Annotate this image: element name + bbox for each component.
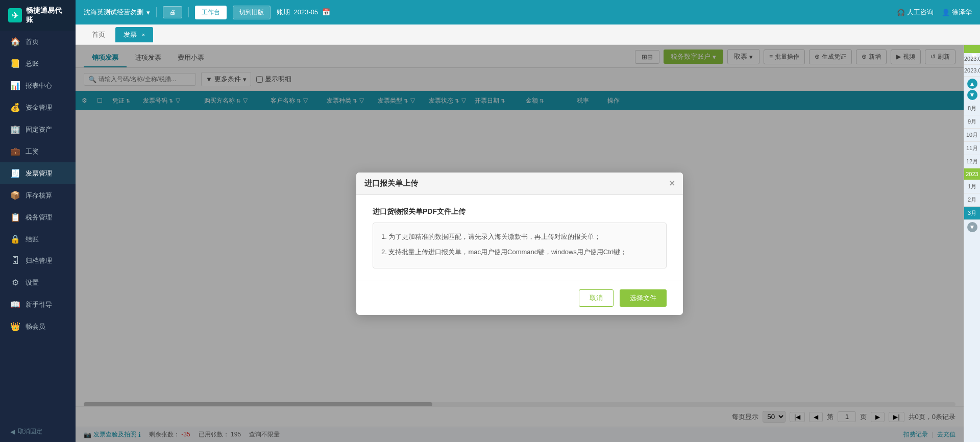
sidebar-item-archive[interactable]: 🗄 归档管理 bbox=[0, 250, 76, 272]
import-customs-modal: 进口报关单上传 × 进口货物报关单PDF文件上传 1. 为了更加精准的数据匹配，… bbox=[356, 173, 683, 315]
modal-content-title: 进口货物报关单PDF文件上传 bbox=[373, 207, 667, 216]
topbar: 沈海英测试经营勿删 ▾ 🖨 工作台 切到旧版 账期 2023-05 📅 🎧 人工… bbox=[76, 0, 980, 24]
tabs-row: 首页 发票 × bbox=[76, 24, 980, 45]
sidebar-item-tax[interactable]: 📋 税务管理 bbox=[0, 206, 76, 228]
period-down-btn[interactable]: ▼ bbox=[967, 90, 977, 100]
sidebar-item-inventory[interactable]: 📦 库存核算 bbox=[0, 184, 76, 206]
company-name: 沈海英测试经营勿删 bbox=[84, 8, 143, 17]
tab-close-icon[interactable]: × bbox=[142, 32, 145, 38]
tab-home[interactable]: 首页 bbox=[84, 27, 113, 42]
period-1[interactable]: 1月 bbox=[964, 180, 980, 193]
headset-icon: 🎧 bbox=[897, 9, 905, 16]
sidebar: ✈ 畅捷通易代账 🏠 首页 📒 总账 📊 报表中心 💰 资金管理 🏢 固定资产 … bbox=[0, 0, 76, 442]
topbar-divider-2 bbox=[188, 7, 189, 17]
sidebar-item-fixed-assets[interactable]: 🏢 固定资产 bbox=[0, 118, 76, 140]
inventory-icon: 📦 bbox=[10, 190, 20, 200]
period-10[interactable]: 10月 bbox=[964, 129, 980, 142]
sidebar-item-reports-label: 报表中心 bbox=[26, 81, 52, 90]
period-3-active[interactable]: 3月 bbox=[964, 207, 980, 220]
modal-footer: 取消 选择文件 bbox=[356, 281, 683, 315]
modal-header: 进口报关单上传 × bbox=[356, 173, 683, 195]
user-avatar[interactable]: 👤 徐泽华 bbox=[942, 8, 972, 17]
reports-icon: 📊 bbox=[10, 81, 20, 90]
sidebar-item-salary-label: 工资 bbox=[26, 147, 39, 156]
fixed-assets-icon: 🏢 bbox=[10, 125, 20, 134]
sidebar-item-guide-label: 新手引导 bbox=[26, 300, 52, 309]
period-nav-up: ▲ ▼ bbox=[967, 77, 977, 102]
unpin-label: 取消固定 bbox=[18, 427, 42, 436]
member-icon: 👑 bbox=[10, 322, 20, 331]
topbar-divider-1 bbox=[156, 7, 157, 17]
unpin-icon: ◀ bbox=[10, 428, 15, 435]
sidebar-item-ledger-label: 总账 bbox=[26, 59, 39, 68]
sidebar-item-settings[interactable]: ⚙ 设置 bbox=[0, 272, 76, 293]
sidebar-item-settings-label: 设置 bbox=[26, 278, 39, 287]
period-up-btn[interactable]: ▲ bbox=[967, 79, 977, 89]
app-name: 畅捷通易代账 bbox=[26, 6, 67, 24]
switch-version-btn[interactable]: 切到旧版 bbox=[233, 6, 271, 19]
modal-cancel-btn[interactable]: 取消 bbox=[579, 289, 614, 307]
ledger-icon: 📒 bbox=[10, 59, 20, 68]
sidebar-item-tax-label: 税务管理 bbox=[26, 213, 52, 222]
modal-overlay: 进口报关单上传 × 进口货物报关单PDF文件上传 1. 为了更加精准的数据匹配，… bbox=[76, 45, 964, 442]
company-selector[interactable]: 沈海英测试经营勿删 ▾ bbox=[84, 8, 150, 17]
chevron-down-icon: ▾ bbox=[146, 9, 150, 16]
avatar-icon: 👤 bbox=[942, 9, 950, 16]
workspace-btn[interactable]: 工作台 bbox=[195, 6, 227, 19]
close-period-icon: 🔒 bbox=[10, 234, 20, 244]
guide-icon: 📖 bbox=[10, 300, 20, 309]
period-2023-highlight[interactable]: 2023 bbox=[964, 168, 980, 180]
sidebar-item-reports[interactable]: 📊 报表中心 bbox=[0, 75, 76, 96]
funds-icon: 💰 bbox=[10, 103, 20, 112]
support-btn[interactable]: 🎧 人工咨询 bbox=[897, 8, 934, 17]
period-label: 账期 2023-05 📅 bbox=[277, 8, 330, 17]
archive-icon: 🗄 bbox=[10, 256, 20, 265]
sidebar-item-archive-label: 归档管理 bbox=[26, 256, 52, 265]
period-12[interactable]: 12月 bbox=[964, 155, 980, 168]
sidebar-item-inventory-label: 库存核算 bbox=[26, 191, 52, 200]
home-icon: 🏠 bbox=[10, 37, 20, 46]
sidebar-item-guide[interactable]: 📖 新手引导 bbox=[0, 293, 76, 315]
sidebar-item-funds-label: 资金管理 bbox=[26, 103, 52, 112]
right-panel: 期间选择 2023.03 2023.03 ▲ ▼ 8月 9月 bbox=[964, 45, 980, 442]
modal-info-1: 1. 为了更加精准的数据匹配，请先录入海关缴款书，再上传对应的报关单； bbox=[381, 230, 658, 243]
period-list: 2023.03 2023.03 ▲ ▼ 8月 9月 10月 bbox=[964, 53, 980, 234]
modal-close-btn[interactable]: × bbox=[669, 179, 675, 188]
period-2023-03-1[interactable]: 2023.03 bbox=[964, 53, 980, 65]
modal-title: 进口报关单上传 bbox=[364, 179, 418, 188]
settings-icon: ⚙ bbox=[10, 278, 20, 287]
sidebar-item-ledger[interactable]: 📒 总账 bbox=[0, 53, 76, 75]
period-9[interactable]: 9月 bbox=[964, 115, 980, 129]
invoice-page: 销项发票 进项发票 费用小票 ⊞⊟ 税务数字账户 ▾ 取票 ▾ bbox=[76, 45, 964, 442]
tab-invoice[interactable]: 发票 × bbox=[115, 27, 153, 42]
calendar-icon[interactable]: 📅 bbox=[322, 8, 330, 16]
sidebar-item-invoice[interactable]: 🧾 发票管理 bbox=[0, 162, 76, 184]
period-2023-03-2[interactable]: 2023.03 bbox=[964, 65, 980, 77]
period-select-btn[interactable]: 期间选择 bbox=[964, 45, 980, 53]
period-nav-bottom: ▼ bbox=[967, 220, 977, 234]
sidebar-item-close[interactable]: 🔒 结账 bbox=[0, 228, 76, 250]
invoice-icon: 🧾 bbox=[10, 168, 20, 178]
period-2[interactable]: 2月 bbox=[964, 193, 980, 207]
main-area: 沈海英测试经营勿删 ▾ 🖨 工作台 切到旧版 账期 2023-05 📅 🎧 人工… bbox=[76, 0, 980, 442]
modal-info-2: 2. 支持批量上传进口报关单，mac用户使用Command键，windows用户… bbox=[381, 245, 658, 259]
sidebar-item-funds[interactable]: 💰 资金管理 bbox=[0, 96, 76, 118]
period-11[interactable]: 11月 bbox=[964, 142, 980, 155]
sidebar-item-close-label: 结账 bbox=[26, 235, 39, 244]
sidebar-item-member-label: 畅会员 bbox=[26, 322, 45, 331]
modal-info-box: 1. 为了更加精准的数据匹配，请先录入海关缴款书，再上传对应的报关单； 2. 支… bbox=[373, 223, 667, 268]
modal-select-file-btn[interactable]: 选择文件 bbox=[620, 289, 667, 307]
period-8[interactable]: 8月 bbox=[964, 102, 980, 115]
sidebar-footer-unpin[interactable]: ◀ 取消固定 bbox=[0, 421, 76, 442]
tax-icon: 📋 bbox=[10, 212, 20, 222]
salary-icon: 💼 bbox=[10, 146, 20, 156]
sidebar-item-invoice-label: 发票管理 bbox=[26, 169, 52, 178]
sidebar-item-home-label: 首页 bbox=[26, 37, 39, 46]
app-logo: ✈ 畅捷通易代账 bbox=[0, 0, 76, 31]
print-btn[interactable]: 🖨 bbox=[163, 6, 182, 18]
sidebar-item-home[interactable]: 🏠 首页 bbox=[0, 31, 76, 53]
modal-body: 进口货物报关单PDF文件上传 1. 为了更加精准的数据匹配，请先录入海关缴款书，… bbox=[356, 195, 683, 281]
sidebar-item-member[interactable]: 👑 畅会员 bbox=[0, 315, 76, 337]
period-collapse-btn[interactable]: ▼ bbox=[967, 222, 977, 232]
sidebar-item-salary[interactable]: 💼 工资 bbox=[0, 140, 76, 162]
